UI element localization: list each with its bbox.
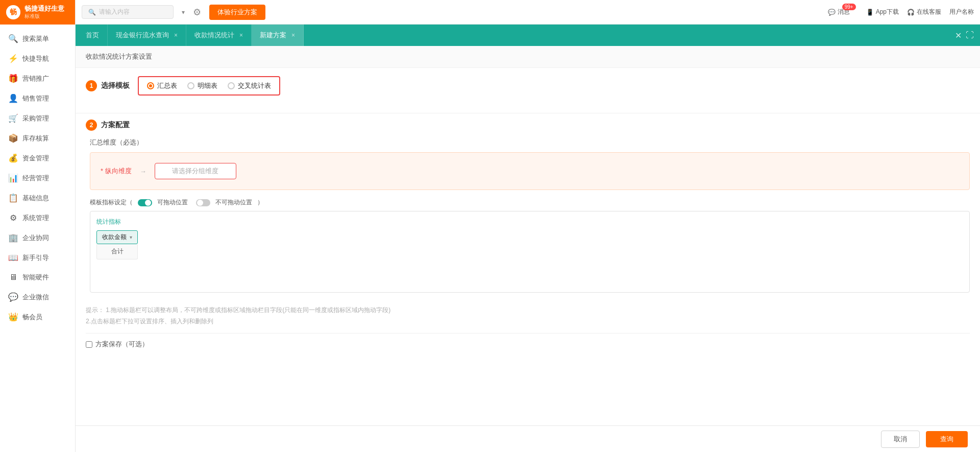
sidebar-item-hardware[interactable]: 🖥 智能硬件 bbox=[0, 268, 75, 287]
logo-badge: 标准版 bbox=[24, 13, 64, 20]
sidebar-item-quick-nav[interactable]: ⚡ 快捷导航 bbox=[0, 49, 75, 68]
tab-bar-actions: ✕ ⛶ bbox=[955, 31, 978, 40]
sidebar-item-member[interactable]: 👑 畅会员 bbox=[0, 307, 75, 327]
sidebar-item-guide[interactable]: 📖 新手引导 bbox=[0, 248, 75, 268]
tab-new-plan-close[interactable]: × bbox=[291, 32, 295, 39]
tab-receipts-stats-close[interactable]: × bbox=[239, 32, 243, 39]
fixed-toggle[interactable] bbox=[196, 199, 210, 206]
save-plan-checkbox[interactable] bbox=[86, 341, 92, 348]
tip-line2: 2.点击标题栏下拉可设置排序、插入列和删除列 bbox=[86, 316, 970, 327]
wechat-icon: 💬 bbox=[8, 292, 18, 302]
purchase-icon: 🛒 bbox=[8, 113, 18, 123]
header-search[interactable]: 🔍 请输入内容 bbox=[82, 5, 174, 19]
tab-new-plan[interactable]: 新建方案 × bbox=[252, 25, 304, 46]
page-inner: 收款情况统计方案设置 1 选择模板 汇总表 bbox=[76, 46, 980, 425]
sidebar-item-sales[interactable]: 👤 销售管理 bbox=[0, 88, 75, 108]
movable-toggle[interactable] bbox=[138, 199, 152, 206]
sidebar-item-wechat[interactable]: 💬 企业微信 bbox=[0, 287, 75, 307]
tab-receipts-stats[interactable]: 收款情况统计 × bbox=[186, 25, 252, 46]
metrics-tag-receipts[interactable]: 收款金额 ▾ bbox=[96, 230, 138, 244]
search-placeholder: 请输入内容 bbox=[99, 8, 130, 16]
trial-button[interactable]: 体验行业方案 bbox=[209, 5, 265, 20]
step1-title-row: 1 选择模板 汇总表 明细表 bbox=[86, 76, 970, 96]
radio-detail[interactable]: 明细表 bbox=[187, 81, 217, 90]
tab-home[interactable]: 首页 bbox=[78, 25, 108, 46]
finance-icon: 💰 bbox=[8, 153, 18, 163]
download-icon: 📱 bbox=[866, 9, 874, 16]
message-button[interactable]: 💬 消息 99+ bbox=[828, 8, 850, 16]
service-button[interactable]: 🎧 在线客服 bbox=[907, 8, 941, 16]
maximize-icon[interactable]: ⛶ bbox=[966, 31, 974, 40]
sidebar-item-label: 采购管理 bbox=[22, 114, 49, 123]
sidebar-item-marketing[interactable]: 🎁 营销推广 bbox=[0, 68, 75, 88]
sidebar-item-label: 系统管理 bbox=[22, 213, 49, 223]
user-name[interactable]: 用户名称 bbox=[949, 8, 974, 16]
sidebar-item-purchase[interactable]: 🛒 采购管理 bbox=[0, 108, 75, 128]
metrics-settings-label: 模板指标设定（ bbox=[90, 198, 133, 207]
enterprise-icon: 🏢 bbox=[8, 233, 18, 243]
member-icon: 👑 bbox=[8, 312, 18, 322]
query-button[interactable]: 查询 bbox=[926, 431, 968, 447]
save-plan-label: 方案保存（可选） bbox=[95, 340, 149, 349]
step1-section: 1 选择模板 汇总表 明细表 bbox=[76, 68, 980, 111]
sidebar-item-finance[interactable]: 💰 资金管理 bbox=[0, 148, 75, 168]
cancel-button[interactable]: 取消 bbox=[881, 431, 920, 448]
tip-line1: 提示： 1.拖动标题栏可以调整布局，不可跨维度或指标区域拖动栏目字段(只能在同一… bbox=[86, 305, 970, 316]
page-header: 收款情况统计方案设置 bbox=[76, 46, 980, 68]
sidebar-item-label: 库存核算 bbox=[22, 134, 49, 143]
sales-icon: 👤 bbox=[8, 93, 18, 103]
sidebar-item-label: 搜索菜单 bbox=[22, 34, 49, 43]
quick-nav-icon: ⚡ bbox=[8, 54, 18, 63]
metrics-tag-label: 收款金额 bbox=[102, 233, 127, 242]
tab-bank-flow-close[interactable]: × bbox=[174, 32, 178, 39]
step2-title: 方案配置 bbox=[101, 121, 130, 130]
header-right: 💬 消息 99+ 📱 App下载 🎧 在线客服 用户名称 bbox=[828, 8, 974, 16]
close-window-icon[interactable]: ✕ bbox=[955, 31, 962, 40]
dimension-area: * 纵向维度 → 请选择分组维度 bbox=[90, 152, 970, 190]
sidebar-item-basic-info[interactable]: 📋 基础信息 bbox=[0, 188, 75, 208]
search-menu-icon: 🔍 bbox=[8, 34, 18, 43]
template-selection-box: 汇总表 明细表 交叉统计表 bbox=[138, 76, 280, 96]
hardware-icon: 🖥 bbox=[8, 273, 18, 282]
tab-bank-flow[interactable]: 现金银行流水查询 × bbox=[108, 25, 186, 46]
sidebar-item-label: 智能硬件 bbox=[22, 273, 49, 282]
sidebar-item-label: 营销推广 bbox=[22, 74, 49, 83]
radio-summary-dot bbox=[147, 82, 154, 89]
radio-cross-dot bbox=[228, 82, 235, 89]
sidebar-item-label: 资金管理 bbox=[22, 154, 49, 163]
sidebar-item-enterprise[interactable]: 🏢 企业协同 bbox=[0, 228, 75, 248]
metrics-subtag-total: 合计 bbox=[96, 244, 138, 259]
sidebar-item-search-menu[interactable]: 🔍 搜索菜单 bbox=[0, 29, 75, 49]
dimension-row-label: * 纵向维度 bbox=[101, 166, 132, 176]
sidebar-item-inventory[interactable]: 📦 库存核算 bbox=[0, 128, 75, 148]
movable-label: 可拖动位置 bbox=[157, 198, 188, 207]
dimension-section-label: 汇总维度（必选） bbox=[90, 138, 970, 147]
download-button[interactable]: 📱 App下载 bbox=[866, 8, 899, 16]
radio-cross[interactable]: 交叉统计表 bbox=[228, 81, 271, 90]
chevron-down-icon[interactable]: ▾ bbox=[182, 9, 185, 16]
step1-title: 选择模板 bbox=[101, 81, 130, 90]
step1-badge: 1 bbox=[86, 80, 97, 91]
sidebar-item-label: 经营管理 bbox=[22, 174, 49, 183]
inventory-icon: 📦 bbox=[8, 133, 18, 143]
sidebar-item-label: 快捷导航 bbox=[22, 54, 49, 63]
system-icon: ⚙ bbox=[8, 213, 18, 223]
template-radio-group: 汇总表 明细表 交叉统计表 bbox=[147, 81, 271, 90]
search-icon: 🔍 bbox=[88, 9, 96, 16]
main-content: 🔍 请输入内容 ▾ ⚙ 体验行业方案 💬 消息 99+ 📱 App下载 🎧 在线… bbox=[76, 0, 980, 452]
sidebar-item-operations[interactable]: 📊 经营管理 bbox=[0, 168, 75, 188]
breadcrumb: 收款情况统计方案设置 bbox=[86, 53, 152, 60]
dimension-selector[interactable]: 请选择分组维度 bbox=[155, 163, 236, 179]
radio-summary-label: 汇总表 bbox=[157, 81, 177, 90]
sidebar-item-label: 新手引导 bbox=[22, 253, 49, 263]
sidebar-item-label: 企业协同 bbox=[22, 233, 49, 243]
sidebar: 畅 畅捷通好生意 标准版 🔍 搜索菜单 ⚡ 快捷导航 🎁 营销推广 👤 销售管理… bbox=[0, 0, 76, 452]
tab-new-plan-label: 新建方案 bbox=[260, 31, 286, 40]
sidebar-item-system[interactable]: ⚙ 系统管理 bbox=[0, 208, 75, 228]
gear-icon[interactable]: ⚙ bbox=[193, 7, 201, 18]
footer-checkbox-row: 方案保存（可选） bbox=[86, 340, 970, 349]
service-icon: 🎧 bbox=[907, 9, 915, 16]
radio-summary[interactable]: 汇总表 bbox=[147, 81, 177, 90]
sidebar-item-label: 畅会员 bbox=[22, 313, 42, 322]
dimension-arrow: → bbox=[140, 168, 146, 175]
